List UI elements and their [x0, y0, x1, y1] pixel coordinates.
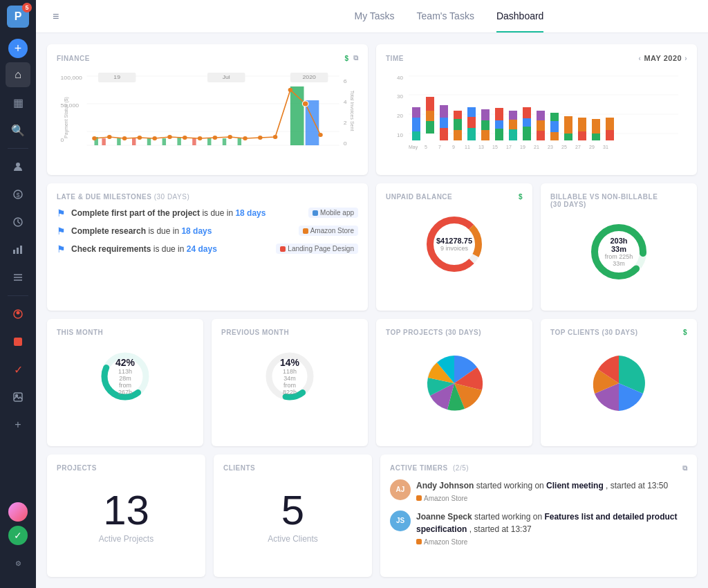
svg-text:13: 13	[478, 145, 484, 149]
svg-text:Total Invoices Sent: Total Invoices Sent	[349, 91, 355, 131]
sidebar-item-home[interactable]: ⌂	[6, 62, 30, 87]
main-area: ≡ My Tasks Team's Tasks Dashboard FINANC…	[36, 0, 708, 588]
milestones-card: LATE & DUE MILESTONES (30 DAYS) ⚑ Comple…	[47, 183, 368, 311]
svg-text:Payment Status ($): Payment Status ($)	[63, 97, 69, 138]
timers-copy-icon[interactable]: ⧉	[682, 464, 688, 472]
svg-rect-40	[177, 137, 180, 145]
finance-copy-icon[interactable]: ⧉	[353, 54, 359, 62]
sidebar-item-chart[interactable]	[6, 237, 30, 262]
svg-text:Jul: Jul	[215, 150, 223, 152]
svg-text:17: 17	[506, 145, 512, 149]
sidebar-item-add-small[interactable]: +	[6, 412, 30, 437]
hamburger-icon[interactable]: ≡	[53, 10, 59, 23]
svg-point-47	[92, 136, 97, 140]
top-clients-title: TOP CLIENTS (30 DAYS) $	[550, 329, 687, 336]
tab-dashboard[interactable]: Dashboard	[496, 1, 544, 33]
svg-rect-86	[454, 119, 462, 130]
tag-dot-2	[303, 228, 308, 234]
finance-title-icons: $ ⧉	[344, 54, 358, 62]
sidebar-item-search[interactable]: 🔍	[6, 118, 30, 143]
svg-point-50	[138, 136, 142, 140]
sidebar: P 5 + ⌂ ▦ 🔍 $ ✓ + ✓ ⚙	[0, 0, 36, 588]
top-projects-card: TOP PROJECTS (30 DAYS)	[376, 319, 532, 446]
top-clients-dollar-icon: $	[683, 329, 687, 336]
svg-point-48	[107, 135, 112, 139]
finance-dollar-icon[interactable]: $	[344, 55, 348, 62]
svg-text:11: 11	[465, 145, 470, 149]
svg-rect-82	[440, 105, 448, 118]
tab-my-tasks[interactable]: My Tasks	[354, 1, 394, 33]
top-clients-pie	[550, 343, 687, 423]
time-month: May 2020	[644, 54, 682, 62]
user-avatar[interactable]	[8, 502, 28, 522]
svg-rect-38	[147, 138, 151, 145]
timer-project-tag-2: Amazon Store	[416, 537, 687, 547]
svg-text:21: 21	[534, 145, 539, 149]
app-logo[interactable]: P 5	[7, 6, 29, 28]
milestone-tag-1[interactable]: Mobile app	[308, 208, 358, 218]
status-icon[interactable]: ✓	[8, 526, 28, 545]
svg-text:6: 6	[344, 77, 347, 84]
time-next-icon[interactable]: ›	[684, 55, 687, 62]
svg-rect-45	[290, 86, 304, 145]
svg-rect-112	[578, 131, 586, 140]
svg-rect-7	[17, 248, 19, 254]
svg-rect-43	[223, 138, 226, 145]
svg-rect-8	[20, 246, 22, 254]
svg-point-49	[122, 136, 127, 140]
svg-text:20: 20	[397, 113, 403, 119]
svg-rect-88	[467, 107, 476, 117]
add-button[interactable]: +	[8, 39, 28, 58]
svg-text:27: 27	[575, 145, 581, 149]
svg-point-52	[167, 135, 172, 139]
prev-month-donut-wrap: 14% 118h 34m from 822h	[221, 343, 358, 410]
timer-project-tag-1: Amazon Store	[416, 493, 668, 504]
sidebar-item-red-box[interactable]	[6, 329, 30, 354]
svg-rect-101	[523, 118, 531, 127]
svg-rect-110	[564, 134, 572, 140]
sidebar-item-list[interactable]	[6, 265, 30, 290]
sidebar-item-settings[interactable]: ⚙	[6, 551, 30, 576]
tag-dot-1	[313, 210, 318, 216]
svg-rect-99	[509, 129, 517, 140]
sidebar-item-image[interactable]	[6, 385, 30, 410]
milestones-title: LATE & DUE MILESTONES (30 DAYS)	[57, 193, 358, 201]
svg-rect-96	[495, 129, 503, 140]
top-clients-card: TOP CLIENTS (30 DAYS) $	[541, 319, 697, 446]
time-prev-icon[interactable]: ‹	[639, 55, 642, 62]
milestone-tag-3[interactable]: Landing Page Design	[276, 244, 358, 254]
milestone-tag-2[interactable]: Amazon Store	[299, 226, 358, 236]
svg-text:$: $	[16, 192, 19, 199]
svg-line-5	[18, 222, 20, 223]
timer-avatar-1: AJ	[390, 479, 411, 500]
billable-label: 203h 33m from 225h 33m	[604, 237, 635, 267]
milestone-item-2: ⚑ Complete research is due in 18 days Am…	[57, 226, 358, 237]
svg-rect-42	[207, 138, 211, 145]
tab-team-tasks[interactable]: Team's Tasks	[417, 1, 474, 33]
svg-rect-79	[426, 97, 434, 111]
svg-point-0	[16, 163, 20, 167]
timer-avatar-2: JS	[390, 511, 411, 531]
sidebar-item-clock[interactable]	[6, 210, 30, 235]
svg-rect-90	[467, 128, 476, 140]
svg-text:40: 40	[397, 75, 403, 81]
projects-content: 13 Active Projects	[57, 479, 196, 555]
svg-text:100,000: 100,000	[60, 74, 82, 81]
prev-month-donut: 14% 118h 34m from 822h	[262, 349, 317, 404]
svg-rect-97	[509, 111, 517, 120]
svg-point-57	[243, 136, 248, 140]
sidebar-divider-1	[8, 148, 28, 149]
sidebar-item-money[interactable]: $	[6, 182, 30, 207]
sidebar-item-user-circle[interactable]	[6, 302, 30, 327]
svg-text:29: 29	[589, 145, 595, 149]
this-month-title: THIS MONTH	[57, 329, 194, 336]
unpaid-donut: $41278.75 9 invoices	[423, 213, 485, 275]
sidebar-bottom: ✓ ⚙	[6, 502, 30, 582]
sidebar-item-check[interactable]: ✓	[6, 357, 30, 382]
timer-tag-dot-2	[416, 539, 422, 544]
sidebar-item-dashboard[interactable]: ▦	[6, 90, 30, 115]
sidebar-item-person[interactable]	[6, 154, 30, 179]
svg-point-54	[198, 136, 203, 140]
billable-title: BILLABLE VS NON-BILLABLE (30 DAYS)	[550, 193, 687, 208]
svg-rect-114	[592, 134, 600, 140]
